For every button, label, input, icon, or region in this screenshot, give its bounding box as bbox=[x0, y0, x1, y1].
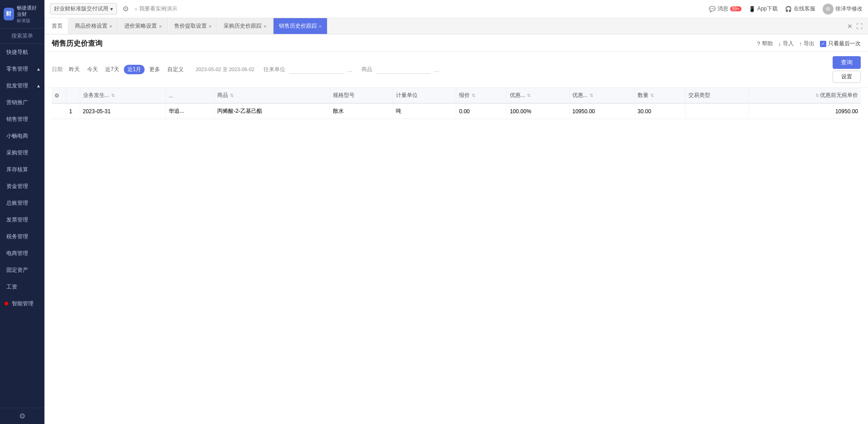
sidebar-item-payroll[interactable]: 工资 bbox=[0, 279, 44, 295]
tab-close-sale-history[interactable]: × bbox=[319, 24, 322, 29]
sidebar-item-ecommerce[interactable]: 电商管理 bbox=[0, 245, 44, 262]
tab-home[interactable]: 首页 bbox=[46, 18, 68, 34]
import-button[interactable]: ↓ 导入 bbox=[778, 40, 794, 48]
goods-dots[interactable]: ... bbox=[434, 66, 439, 73]
sidebar-item-wholesale[interactable]: 批发管理 ▲ bbox=[0, 77, 44, 94]
col-pretax[interactable]: ⇅ 优惠前无税单价 bbox=[748, 88, 861, 103]
topbar-msg[interactable]: 💬 消息 99+ bbox=[709, 5, 741, 13]
col-discount2[interactable]: 优惠... ⇅ bbox=[569, 88, 634, 103]
cell-unit: 吨 bbox=[393, 103, 456, 119]
date-option-1month[interactable]: 近1月 bbox=[124, 65, 145, 74]
table-area: ⚙ 业务发生... ⇅ ... 商品 ⇅ bbox=[44, 88, 868, 424]
cell-qty: 30.00 bbox=[634, 103, 685, 119]
msg-icon: 💬 bbox=[709, 6, 716, 12]
tab-sale-extract[interactable]: 售价提取设置 × bbox=[169, 18, 217, 34]
msg-label: 消息 bbox=[717, 5, 728, 13]
col-discount1[interactable]: 优惠... ⇅ bbox=[507, 88, 570, 103]
sort-date-icon: ⇅ bbox=[111, 93, 115, 98]
date-label: 日期 bbox=[52, 66, 63, 73]
supplier-input[interactable] bbox=[289, 65, 343, 74]
col-num bbox=[66, 88, 80, 103]
sidebar-item-tax[interactable]: 税务管理 bbox=[0, 228, 44, 245]
msg-badge: 99+ bbox=[730, 6, 741, 11]
sidebar-item-inventory[interactable]: 库存核算 bbox=[0, 161, 44, 178]
col-date[interactable]: 业务发生... ⇅ bbox=[80, 88, 166, 103]
settings-button[interactable]: 设置 bbox=[833, 71, 861, 83]
goods-label: 商品 bbox=[361, 66, 372, 73]
export-button[interactable]: ↑ 导出 bbox=[799, 40, 814, 48]
window-close-icon[interactable]: ✕ bbox=[847, 23, 853, 30]
logo-icon: 财 bbox=[4, 8, 14, 20]
user-avatar: 徐 bbox=[823, 4, 834, 14]
sidebar-bottom: ⚙ bbox=[0, 408, 44, 424]
tab-price[interactable]: 商品价格设置 × bbox=[69, 18, 118, 34]
sidebar-item-purchase[interactable]: 采购管理 bbox=[0, 145, 44, 161]
col-gear[interactable]: ⚙ bbox=[52, 88, 66, 103]
tab-close-purchase-history[interactable]: × bbox=[263, 24, 266, 29]
tab-close-price[interactable]: × bbox=[109, 24, 112, 29]
dropdown-arrow-icon: ▾ bbox=[110, 6, 113, 12]
help-button[interactable]: ? 帮助 bbox=[757, 40, 773, 48]
demo-icon: ○ bbox=[134, 6, 137, 12]
sidebar-item-ecommerce-small[interactable]: 小畅电商 bbox=[0, 128, 44, 145]
col-qty[interactable]: 数量 ⇅ bbox=[634, 88, 685, 103]
query-button[interactable]: 查询 bbox=[833, 56, 861, 69]
supplier-dots[interactable]: ... bbox=[347, 66, 352, 73]
only-last-checkbox[interactable]: ✓ 只看最后一次 bbox=[820, 40, 861, 48]
sidebar-search[interactable]: 搜索菜单 bbox=[0, 29, 44, 44]
col-price[interactable]: 报价 ⇅ bbox=[456, 88, 507, 103]
goods-input[interactable] bbox=[376, 65, 430, 74]
username-label: 徐泽华修改 bbox=[835, 5, 863, 13]
export-icon: ↑ bbox=[799, 41, 802, 47]
import-icon: ↓ bbox=[778, 41, 781, 47]
smart-dot bbox=[5, 302, 8, 305]
sidebar: 财 畅捷通好业财 标准版 搜索菜单 快捷导航 零售管理 ▲ 批发管理 ▲ 营销推… bbox=[0, 0, 44, 424]
date-option-yesterday[interactable]: 昨天 bbox=[66, 65, 83, 74]
sidebar-item-general[interactable]: 总账管理 bbox=[0, 195, 44, 212]
supplier-label: 往来单位 bbox=[263, 66, 285, 73]
topbar-user[interactable]: 徐 徐泽华修改 bbox=[823, 4, 863, 14]
tab-sale-history[interactable]: 销售历史价跟踪 × bbox=[273, 18, 327, 34]
cell-spec: 散水 bbox=[330, 103, 393, 119]
help-icon: ? bbox=[757, 41, 760, 47]
cell-discount1: 100.00% bbox=[507, 103, 570, 119]
window-expand-icon[interactable]: ⛶ bbox=[856, 23, 863, 30]
sidebar-item-invoice[interactable]: 发票管理 bbox=[0, 212, 44, 228]
tab-close-sale-extract[interactable]: × bbox=[209, 24, 211, 29]
tab-purchase-history[interactable]: 采购历史价跟踪 × bbox=[218, 18, 272, 34]
col-more[interactable]: ... bbox=[166, 88, 214, 103]
date-option-more[interactable]: 更多 bbox=[146, 65, 163, 74]
sidebar-item-marketing[interactable]: 营销推广 bbox=[0, 94, 44, 111]
app-label: App下载 bbox=[757, 5, 778, 13]
cell-num: 1 bbox=[66, 103, 80, 119]
sort-discount1-icon: ⇅ bbox=[527, 93, 531, 98]
sidebar-item-retail[interactable]: 零售管理 ▲ bbox=[0, 61, 44, 77]
table-header-row: ⚙ 业务发生... ⇅ ... 商品 ⇅ bbox=[52, 88, 861, 103]
supplier-filter: 往来单位 ... bbox=[263, 65, 352, 74]
goods-filter: 商品 ... bbox=[361, 65, 439, 74]
sort-goods-icon: ⇅ bbox=[230, 93, 234, 98]
sidebar-item-assets[interactable]: 固定资产 bbox=[0, 262, 44, 279]
topbar-service[interactable]: 🎧 在线客服 bbox=[785, 5, 815, 13]
page-header-actions: ? 帮助 ↓ 导入 ↑ 导出 ✓ 只看最后一次 bbox=[757, 40, 861, 48]
col-goods[interactable]: 商品 ⇅ bbox=[215, 88, 330, 103]
sidebar-item-sales[interactable]: 销售管理 bbox=[0, 111, 44, 128]
tab-purchase-strategy[interactable]: 进价策略设置 × bbox=[119, 18, 167, 34]
sidebar-gear-icon[interactable]: ⚙ bbox=[19, 412, 25, 420]
version-dropdown[interactable]: 好业财标准版交付试用 ▾ bbox=[50, 3, 117, 14]
sidebar-item-smart[interactable]: 智能管理 bbox=[0, 295, 44, 312]
date-option-7days[interactable]: 近7天 bbox=[102, 65, 122, 74]
date-option-custom[interactable]: 自定义 bbox=[165, 65, 186, 74]
topbar-app[interactable]: 📱 App下载 bbox=[749, 5, 778, 13]
topbar-demo[interactable]: ○ 我要看实例演示 bbox=[134, 5, 177, 13]
topbar-settings-icon[interactable]: ⚙ bbox=[122, 5, 129, 13]
table-body: 1 2023-05-31 华追... 丙烯酸-2-乙基己酯 散水 吨 0.00 … bbox=[52, 103, 861, 119]
tab-close-purchase-strategy[interactable]: × bbox=[159, 24, 161, 29]
main-area: 好业财标准版交付试用 ▾ ⚙ ○ 我要看实例演示 💬 消息 99+ 📱 App下… bbox=[44, 0, 868, 424]
sidebar-item-quick-nav[interactable]: 快捷导航 bbox=[0, 44, 44, 61]
app-icon: 📱 bbox=[749, 6, 756, 12]
sort-discount2-icon: ⇅ bbox=[590, 93, 593, 98]
date-option-today[interactable]: 今天 bbox=[84, 65, 101, 74]
logo-sub: 标准版 bbox=[17, 18, 41, 24]
sidebar-item-finance[interactable]: 资金管理 bbox=[0, 178, 44, 195]
